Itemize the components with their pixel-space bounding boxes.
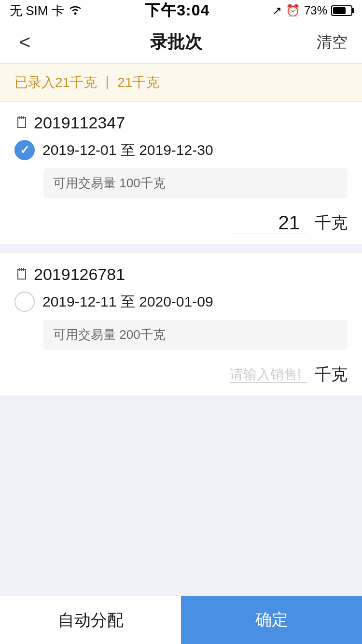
batch-2-input-row: 千克: [0, 356, 362, 395]
batch-card-2: 🗒 2019126781 2019-12-11 至 2020-01-09 可用交…: [0, 253, 362, 395]
batch-1-available: 可用交易量 100千克: [43, 168, 348, 198]
main-content: 已录入21千克 21千克 🗒 2019112347 2019-12-01 至 2…: [0, 64, 362, 644]
section-divider-1: [0, 244, 362, 253]
section-divider-2: [0, 395, 362, 405]
status-right: ↗ ⏰ 73%: [272, 4, 352, 17]
batch-1-id: 2019112347: [34, 113, 125, 132]
battery-icon: [331, 5, 352, 16]
batch-2-radio[interactable]: [14, 292, 35, 312]
empty-area: [0, 405, 362, 598]
battery-percent: 73%: [304, 4, 327, 17]
batch-card-1: 🗒 2019112347 2019-12-01 至 2019-12-30 可用交…: [0, 102, 362, 244]
confirm-button[interactable]: 确定: [181, 596, 362, 644]
batch-2-id: 2019126781: [34, 265, 125, 284]
wifi-icon: [68, 3, 83, 18]
batch-1-qty-input[interactable]: [230, 212, 307, 234]
recorded-value: 21千克: [117, 73, 159, 92]
batch-2-qty-input[interactable]: [230, 367, 307, 383]
recorded-label: 已录入21千克: [14, 73, 97, 92]
batch-1-date: 2019-12-01 至 2019-12-30: [42, 140, 213, 160]
alarm-icon: ⏰: [286, 4, 300, 17]
page-title: 录批次: [150, 30, 202, 54]
back-button[interactable]: <: [14, 27, 35, 58]
info-bar: 已录入21千克 21千克: [0, 64, 362, 102]
clear-button[interactable]: 清空: [317, 32, 348, 53]
carrier-text: 无 SIM 卡: [10, 2, 64, 19]
location-icon: ↗: [272, 4, 282, 17]
batch-2-unit: 千克: [315, 364, 348, 386]
batch-1-row[interactable]: 2019-12-01 至 2019-12-30: [0, 136, 362, 166]
status-time: 下午3:04: [145, 0, 209, 21]
batch-2-icon: 🗒: [14, 266, 30, 283]
batch-1-input-row: 千克: [0, 204, 362, 244]
bottom-bar: 自动分配 确定: [0, 596, 362, 644]
batch-2-row[interactable]: 2019-12-11 至 2020-01-09: [0, 288, 362, 318]
batch-2-available: 可用交易量 200千克: [43, 320, 348, 350]
info-divider: [107, 76, 108, 89]
status-carrier: 无 SIM 卡: [10, 2, 83, 19]
batch-2-date: 2019-12-11 至 2020-01-09: [42, 292, 213, 312]
batch-1-icon: 🗒: [14, 114, 30, 132]
batch-2-header: 🗒 2019126781: [0, 253, 362, 288]
svg-point-0: [74, 12, 76, 14]
nav-bar: < 录批次 清空: [0, 21, 362, 64]
status-bar: 无 SIM 卡 下午3:04 ↗ ⏰ 73%: [0, 0, 362, 21]
batch-1-radio[interactable]: [14, 140, 35, 160]
auto-distribute-button[interactable]: 自动分配: [0, 596, 181, 644]
batch-1-header: 🗒 2019112347: [0, 102, 362, 136]
batch-1-unit: 千克: [315, 212, 348, 234]
